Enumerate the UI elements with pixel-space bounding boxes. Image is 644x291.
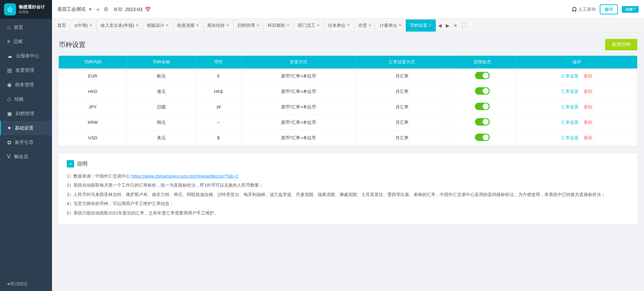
guide-icon: ✿ <box>7 139 11 146</box>
tab-template-label: 模版设计 <box>147 22 164 29</box>
sidebar-item-label: 新手引导 <box>15 140 34 146</box>
cell-rate-method: 月汇率 <box>356 99 448 115</box>
sidebar-item-ledger[interactable]: ≡ 总账 <box>0 35 52 49</box>
table-row: HKD港元HK$原币*汇率=本位币月汇率汇率设置删除 <box>59 84 637 99</box>
ledger-icon: ≡ <box>7 39 10 45</box>
add-company-icon[interactable]: ＋ <box>95 5 101 13</box>
company-dropdown-icon[interactable]: ▼ <box>88 7 92 12</box>
tab-close-all[interactable]: ✕ <box>451 19 460 32</box>
tab-period-end-close[interactable]: ✕ <box>226 23 229 28</box>
service-button[interactable]: 🎧 人工咨询 <box>572 6 596 12</box>
tab-home-label: 首页 <box>57 22 66 29</box>
tab-currency-close[interactable]: ✕ <box>429 23 432 28</box>
tab-subjects[interactable]: 科目期初 ✕ <box>264 19 294 32</box>
tab-contacts[interactable]: 往来单位 ✕ <box>324 19 354 32</box>
new-currency-button[interactable]: 新增币种 <box>605 39 637 50</box>
delete-link[interactable]: 删除 <box>584 74 593 79</box>
sidebar-item-settings[interactable]: ✦ 基础设置 <box>0 121 52 135</box>
cell-action: 汇率设置删除 <box>517 84 637 99</box>
tab-subjects-label: 科目期初 <box>268 22 285 29</box>
unpin-label: ◄取消固定 <box>6 281 28 287</box>
sidebar-item-archive[interactable]: ▣ 归档管理 <box>0 106 52 121</box>
cell-conversion: 原币*汇率=本位币 <box>241 68 356 84</box>
table-row: USD美元$原币*汇率=本位币月汇率汇率设置删除 <box>59 130 637 146</box>
sidebar-item-tax[interactable]: ◉ 税务管理 <box>0 78 52 92</box>
sidebar-item-guide[interactable]: ✿ 新手引导 <box>0 135 52 150</box>
delete-link[interactable]: 删除 <box>584 135 593 140</box>
notes-link[interactable]: https://www.chinamoney.com.cn/chinese/bk… <box>131 174 238 179</box>
toggle-enabled[interactable] <box>475 87 490 95</box>
unpin-button[interactable]: ◄取消固定 <box>0 277 52 291</box>
tab-archive[interactable]: 归档管理 ✕ <box>233 19 264 32</box>
account-button[interactable]: 会计 <box>600 4 618 14</box>
main-nav: ⌂ 首页 ≡ 总账 ☁ 云报表中心 ▤ 发票管理 ◉ 税务管理 ◇ 结账 ▣ 归… <box>0 19 52 277</box>
tab-period-end[interactable]: 期末结转 ✕ <box>203 19 233 32</box>
cell-name: 美元 <box>127 130 196 146</box>
logo-sub: 标题版 <box>19 10 45 14</box>
sidebar-item-vip[interactable]: V 畅会员 <box>0 150 52 164</box>
tab-unit-close[interactable]: ✕ <box>398 23 401 28</box>
tab-contacts-close[interactable]: ✕ <box>347 23 350 28</box>
user-badge[interactable]: iAM * <box>622 6 639 13</box>
tab-tax-clear-label: 税表清册 <box>177 22 195 29</box>
tab-home[interactable]: 首页 <box>53 19 70 32</box>
tab-currency[interactable]: 币种设置 ✕ <box>406 19 436 32</box>
tab-nav-prev[interactable]: ◀ <box>436 19 444 32</box>
tab-tax-clear[interactable]: 税表清册 ✕ <box>173 19 203 32</box>
tab-archive-close[interactable]: ✕ <box>256 23 259 28</box>
sidebar-item-invoice[interactable]: ▤ 发票管理 <box>0 63 52 78</box>
sidebar-item-reports[interactable]: ☁ 云报表中心 <box>0 49 52 63</box>
header-settings-icon[interactable]: ⚙ <box>104 6 108 12</box>
service-label: 人工咨询 <box>578 6 596 12</box>
cell-conversion: 原币*汇率=本位币 <box>241 99 356 115</box>
cell-action: 汇率设置删除 <box>517 99 637 115</box>
tab-template-close[interactable]: ✕ <box>166 23 169 28</box>
tab-period-close[interactable]: ✕ <box>89 23 92 28</box>
top-header: 基层工会测试 ▼ ＋ ⚙ 账期 2023-03 📅 🎧 人工咨询 会计 iAM … <box>52 0 644 19</box>
notes-list: 1）数据来源：中国外汇交易中心 https://www.chinamoney.c… <box>67 172 629 217</box>
cell-action: 汇率设置删除 <box>517 115 637 130</box>
rate-settings-link[interactable]: 汇率设置 <box>561 120 579 125</box>
tab-inventory[interactable]: 存货 ✕ <box>354 19 376 32</box>
toggle-enabled[interactable] <box>475 72 490 79</box>
cell-symbol: -- <box>196 115 241 130</box>
tab-template[interactable]: 模版设计 ✕ <box>143 19 173 32</box>
delete-link[interactable]: 删除 <box>584 89 593 94</box>
tab-income[interactable]: 收入支出表(年报) ✕ <box>97 19 143 32</box>
toggle-enabled[interactable] <box>475 118 490 126</box>
rate-settings-link[interactable]: 汇率设置 <box>561 135 579 140</box>
calendar-icon[interactable]: 📅 <box>145 7 151 12</box>
account-label: 会计 <box>604 7 613 12</box>
rate-settings-link[interactable]: 汇率设置 <box>561 74 579 79</box>
col-code: 币种代码 <box>59 56 127 68</box>
tab-inventory-close[interactable]: ✕ <box>368 23 371 28</box>
sidebar: 会 畅捷通好会计 标题版 ⌂ 首页 ≡ 总账 ☁ 云报表中心 ▤ 发票管理 ◉ … <box>0 0 52 291</box>
tab-inventory-label: 存货 <box>358 22 367 29</box>
header-left: 基层工会测试 ▼ ＋ ⚙ 账期 2023-03 📅 <box>57 5 151 13</box>
cell-name: 欧元 <box>127 68 196 84</box>
rate-settings-link[interactable]: 汇率设置 <box>561 104 579 109</box>
sidebar-item-label: 税务管理 <box>15 82 34 88</box>
tab-dept-close[interactable]: ✕ <box>317 23 320 28</box>
sidebar-item-checkout[interactable]: ◇ 结账 <box>0 92 52 106</box>
tab-expand[interactable]: ⛶ <box>460 19 468 32</box>
delete-link[interactable]: 删除 <box>584 120 593 125</box>
tab-tax-clear-close[interactable]: ✕ <box>196 23 199 28</box>
rate-settings-link[interactable]: 汇率设置 <box>561 89 579 94</box>
logo-icon: 会 <box>4 3 16 15</box>
col-symbol: 币符 <box>196 56 241 68</box>
tab-period[interactable]: ε(中期) ✕ <box>70 19 97 32</box>
tab-unit[interactable]: 计量单位 ✕ <box>376 19 406 32</box>
col-action: 操作 <box>517 56 637 68</box>
tab-subjects-close[interactable]: ✕ <box>286 23 289 28</box>
toggle-enabled[interactable] <box>475 103 490 110</box>
tab-nav-next[interactable]: ▶ <box>444 19 451 32</box>
sidebar-item-home[interactable]: ⌂ 首页 <box>0 20 52 35</box>
page-title: 币种设置 <box>59 40 86 49</box>
delete-link[interactable]: 删除 <box>584 104 593 109</box>
cell-symbol: J¥ <box>196 99 241 115</box>
tab-dept[interactable]: 部门员工 ✕ <box>294 19 324 32</box>
logo-area: 会 畅捷通好会计 标题版 <box>0 0 52 19</box>
tab-income-close[interactable]: ✕ <box>136 23 139 28</box>
toggle-enabled[interactable] <box>475 134 490 141</box>
